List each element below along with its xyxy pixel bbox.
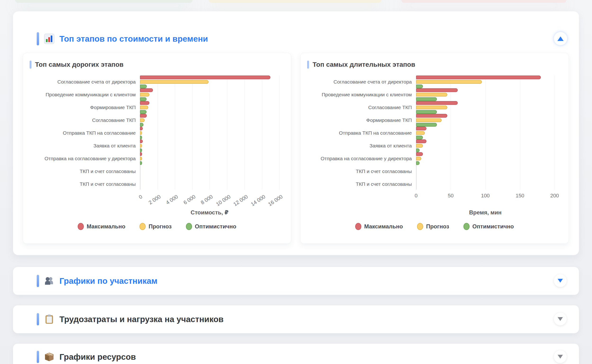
chart-row: Согласование ТКП: [307, 101, 555, 114]
bar-Прогноз: [416, 157, 421, 161]
category-label: Согласование счета от директора: [307, 79, 416, 85]
x-tick-label: 0: [415, 193, 417, 199]
chart-row: Отправка ТКП на согласование: [307, 127, 555, 139]
bar-Прогноз: [140, 105, 148, 109]
bar-Прогноз: [416, 105, 447, 109]
bar-Максимально: [416, 127, 427, 130]
category-label: Заявка от клиента: [307, 143, 416, 149]
bar-Максимально: [140, 152, 142, 156]
bar-empty: [416, 169, 555, 173]
bar-Оптимистично: [416, 123, 437, 127]
bar-Максимально: [416, 101, 458, 105]
legend-label: Прогноз: [426, 223, 449, 230]
bar-empty: [140, 182, 279, 186]
bar-empty: [416, 174, 555, 178]
expand-section-button[interactable]: [554, 350, 567, 363]
section-header-top-stages[interactable]: Топ этапов по стоимости и времени: [37, 32, 208, 46]
x-tick-label: 150: [515, 193, 524, 199]
top-card-green: [15, 0, 192, 3]
legend-item: Оптимистично: [463, 223, 514, 230]
section-header-workload[interactable]: Трудозатраты и нагрузка на участников: [37, 313, 224, 326]
legend-label: Максимально: [364, 223, 403, 230]
bar-empty: [140, 187, 279, 190]
legend-marker: [139, 223, 146, 230]
accent-pill: [37, 32, 39, 46]
bar-Оптимистично: [140, 123, 144, 127]
bar-Прогноз: [416, 131, 425, 135]
bar-Максимально: [140, 88, 153, 92]
bar-Прогноз: [140, 144, 142, 148]
category-label: Проведение коммуникации с клиентом: [30, 92, 140, 98]
package-icon: [44, 351, 55, 362]
bar-empty: [416, 187, 555, 190]
category-label: Заявка от клиента: [30, 143, 140, 149]
bar-Прогноз: [416, 144, 423, 148]
expand-section-button[interactable]: [554, 313, 567, 325]
clipboard-icon: [44, 314, 55, 325]
expand-section-button[interactable]: [554, 274, 567, 287]
triangle-down-icon: [558, 355, 563, 358]
bar-Оптимистично: [140, 84, 147, 88]
section-top-stages-card: Топ этапов по стоимости и времени Топ са…: [13, 11, 579, 255]
section-title: Графики по участникам: [59, 276, 158, 286]
bar-Оптимистично: [416, 84, 423, 88]
chart-title-row: Топ самых дорогих этапов: [30, 61, 124, 69]
x-tick-label: 14 000: [250, 194, 266, 207]
section-header-resources[interactable]: Графики ресурсов: [37, 350, 136, 364]
section-title: Трудозатраты и нагрузка на участников: [59, 315, 224, 324]
accent-pill: [37, 275, 39, 287]
x-tick-label: 200: [550, 193, 559, 199]
bar-Максимально: [416, 152, 423, 156]
legend-label: Максимально: [87, 223, 125, 230]
category-label: Отправка на согласование у директора: [307, 156, 416, 161]
category-label: Отправка ТКП на согласование: [30, 130, 140, 136]
x-tick-label: 0: [138, 194, 144, 200]
x-axis-title: Время, мин: [416, 209, 555, 216]
bar-empty: [140, 169, 279, 173]
section-participants-card: Графики по участникам: [13, 267, 579, 295]
bar-Оптимистично: [140, 161, 142, 165]
x-tick-label: 12 000: [232, 194, 249, 207]
chart-legend: МаксимальноПрогнозОптимистично: [301, 223, 569, 230]
legend-marker: [78, 223, 84, 230]
bar-Максимально: [416, 139, 427, 143]
category-label: Согласование ТКП: [307, 105, 416, 110]
triangle-up-icon: [557, 36, 564, 41]
collapse-section-button[interactable]: [554, 32, 567, 45]
legend-marker: [417, 223, 423, 230]
bar-Максимально: [140, 139, 143, 143]
bar-empty: [416, 182, 555, 186]
chart-row: Согласование ТКП: [30, 114, 279, 127]
chart-row: Заявка от клиента: [30, 139, 279, 152]
section-title: Графики ресурсов: [59, 352, 136, 362]
bar-Максимально: [416, 114, 447, 118]
category-label: Формирование ТКП: [307, 117, 416, 123]
bar-empty: [140, 178, 279, 182]
bar-empty: [140, 174, 279, 178]
bar-chart-icon: [44, 33, 55, 44]
chart-row: ТКП и счет согласованы: [307, 178, 555, 190]
chart-row: Отправка на согласование у директора: [307, 152, 555, 165]
accent-pill-small: [30, 61, 32, 69]
chart-title-row: Топ самых длительных этапов: [307, 61, 415, 69]
legend-item: Прогноз: [139, 223, 171, 230]
chart-row: ТКП и счет согласованы: [307, 165, 555, 178]
category-label: ТКП и счет согласованы: [307, 181, 416, 187]
section-header-participants[interactable]: Графики по участникам: [37, 274, 158, 287]
chart-card-time: Топ самых длительных этапов Согласование…: [300, 53, 569, 244]
category-label: Отправка ТКП на согласование: [307, 130, 416, 136]
chart-row: ТКП и счет согласованы: [30, 178, 279, 190]
bar-Оптимистично: [416, 148, 420, 152]
x-tick-label: 10 000: [215, 194, 232, 207]
legend-item: Максимально: [78, 223, 125, 230]
bar-Максимально: [140, 76, 270, 79]
gridline: [279, 76, 279, 189]
gridline: [555, 76, 555, 189]
category-label: ТКП и счет согласованы: [30, 169, 140, 174]
bar-Прогноз: [140, 118, 145, 122]
bar-Максимально: [416, 88, 458, 92]
legend-label: Оптимистично: [472, 223, 514, 230]
chart-row: Проведение коммуникации с клиентом: [30, 88, 279, 101]
bar-Оптимистично: [140, 110, 147, 114]
bar-Оптимистично: [416, 136, 423, 139]
